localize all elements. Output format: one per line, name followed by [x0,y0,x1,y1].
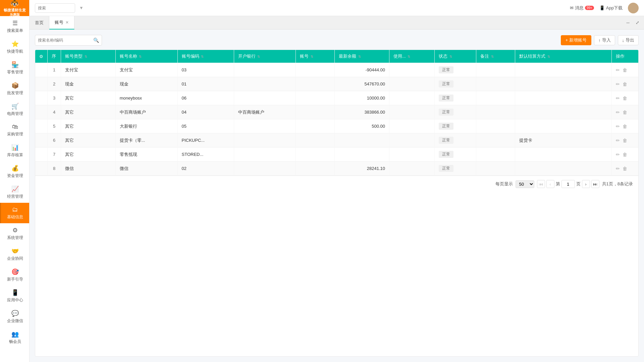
edit-icon-5[interactable]: ✏ [616,138,620,143]
delete-icon-1[interactable]: 🗑 [623,81,627,87]
edit-icon-4[interactable]: ✏ [616,124,620,129]
delete-icon-3[interactable]: 🗑 [623,110,627,115]
row-balance-3: 383866.00 [335,105,389,119]
row-use-7 [389,162,435,176]
delete-icon-0[interactable]: 🗑 [623,67,627,73]
top-search-input[interactable] [35,3,75,13]
col-gear[interactable]: ⚙ [35,50,48,63]
row-note-2 [476,91,515,105]
member-icon: 👥 [11,330,19,338]
col-type[interactable]: 账号类型 ⇅ [61,50,116,63]
export-button[interactable]: ↓ 导出 [618,35,639,45]
col-account[interactable]: 账号 ⇅ [296,50,335,63]
sidebar-item-inventory[interactable]: 📊 库存核算 [0,140,29,161]
page-next-button[interactable]: › [582,180,590,188]
edit-icon-7[interactable]: ✏ [616,166,620,171]
page-input[interactable] [561,180,575,188]
row-number-7: 8 [48,162,61,176]
row-number-1: 2 [48,77,61,91]
row-name-1: 现金 [115,77,177,91]
sidebar-item-shortcuts[interactable]: ⭐ 快捷导航 [0,37,29,58]
delete-icon-6[interactable]: 🗑 [623,152,627,157]
row-gear-2 [35,91,48,105]
import-button[interactable]: ↑ 导入 [594,35,615,45]
pagination-total: 共1页，8条记录 [602,181,633,187]
search-menu-icon: ☰ [12,19,18,27]
sidebar-item-agreement[interactable]: 🤝 企业协同 [0,244,29,265]
row-bank-7 [234,162,296,176]
download-icon: 📱 [599,5,605,10]
col-name[interactable]: 账号名称 ⇅ [115,50,177,63]
tab-minimize-button[interactable]: ─ [624,19,632,27]
edit-icon-0[interactable]: ✏ [616,67,620,73]
sidebar-item-operations[interactable]: 📈 经营管理 [0,182,29,203]
sidebar-item-search-menu[interactable]: ☰ 搜索菜单 [0,16,29,37]
tab-close-accounts[interactable]: ✕ [65,20,69,24]
col-use[interactable]: 使用... ⇅ [389,50,435,63]
row-number-6: 7 [48,147,61,162]
sort-use-icon: ⇅ [408,55,410,58]
avatar[interactable] [628,3,639,13]
edit-icon-1[interactable]: ✏ [616,81,620,87]
col-note[interactable]: 备注 ⇅ [476,50,515,63]
sidebar-item-system[interactable]: ⚙ 系统管理 [0,223,29,244]
tab-bar-actions: ─ ⤢ [624,19,641,27]
row-name-6: 零售抵现 [115,147,177,162]
row-account-5 [296,133,335,147]
sort-account-icon: ⇅ [311,55,313,58]
row-gear-5 [35,133,48,147]
tab-accounts[interactable]: 账号 ✕ [49,16,74,29]
add-account-button[interactable]: + 新增账号 [561,35,591,45]
row-status-3: 正常 [435,105,476,119]
sidebar-item-app-center[interactable]: 📱 应用中心 [0,286,29,306]
edit-icon-3[interactable]: ✏ [616,110,620,115]
sidebar-item-retail[interactable]: 🏪 零售管理 [0,58,29,78]
tab-home[interactable]: 首页 [30,16,49,29]
row-bank-6 [234,147,296,162]
col-default[interactable]: 默认结算方式 ⇅ [515,50,611,63]
col-code[interactable]: 账号编码 ⇅ [177,50,234,63]
sidebar-item-member[interactable]: 👥 畅会员 [0,327,29,348]
row-default-7 [515,162,611,176]
delete-icon-5[interactable]: 🗑 [623,138,627,143]
search-input[interactable] [38,38,93,43]
sidebar-item-wholesale[interactable]: 📦 批发管理 [0,78,29,99]
delete-icon-4[interactable]: 🗑 [623,124,627,129]
row-status-5: 正常 [435,133,476,147]
delete-icon-7[interactable]: 🗑 [623,166,627,171]
dropdown-icon[interactable]: ▼ [79,5,84,10]
toolbar-right: + 新增账号 ↑ 导入 ↓ 导出 [561,35,639,45]
row-name-4: 大新银行 [115,119,177,133]
page-last-button[interactable]: ⏭ [591,180,599,188]
edit-icon-6[interactable]: ✏ [616,152,620,157]
page-first-button[interactable]: ⏮ [537,180,545,188]
col-balance[interactable]: 最新余额 ⇅ [335,50,389,63]
row-type-2: 其它 [61,91,116,105]
col-bank[interactable]: 开户银行 ⇅ [234,50,296,63]
row-type-5: 其它 [61,133,116,147]
row-balance-5 [335,133,389,147]
agreement-icon: 🤝 [11,247,19,255]
sidebar-item-basic-info[interactable]: 🗂 基础信息 [0,203,29,223]
row-code-6: STORED... [177,147,234,162]
col-status[interactable]: 状态 ⇅ [435,50,476,63]
page-container: 🔍 + 新增账号 ↑ 导入 ↓ 导出 ⚙ 序 [30,29,644,362]
edit-icon-2[interactable]: ✏ [616,96,620,101]
sidebar-item-ecommerce[interactable]: 🛒 电商管理 [0,99,29,120]
sidebar-item-purchase[interactable]: 🛍 采购管理 [0,120,29,140]
sidebar-item-guide[interactable]: 🎯 新手引导 [0,265,29,286]
sidebar-item-finance[interactable]: 💰 资金管理 [0,161,29,182]
page-size-select[interactable]: 50 100 200 [516,180,534,188]
delete-icon-2[interactable]: 🗑 [623,96,627,101]
message-button[interactable]: ✉ 消息 99+ [570,5,594,11]
sidebar-item-wechat[interactable]: 💬 企业微信 [0,306,29,327]
row-gear-4 [35,119,48,133]
row-status-2: 正常 [435,91,476,105]
message-icon: ✉ [570,5,574,10]
search-icon[interactable]: 🔍 [93,38,99,43]
row-type-3: 其它 [61,105,116,119]
page-prev-button[interactable]: ‹ [546,180,554,188]
download-button[interactable]: 📱 App下载 [599,5,623,11]
tab-maximize-button[interactable]: ⤢ [633,19,641,27]
inventory-icon: 📊 [11,144,19,151]
